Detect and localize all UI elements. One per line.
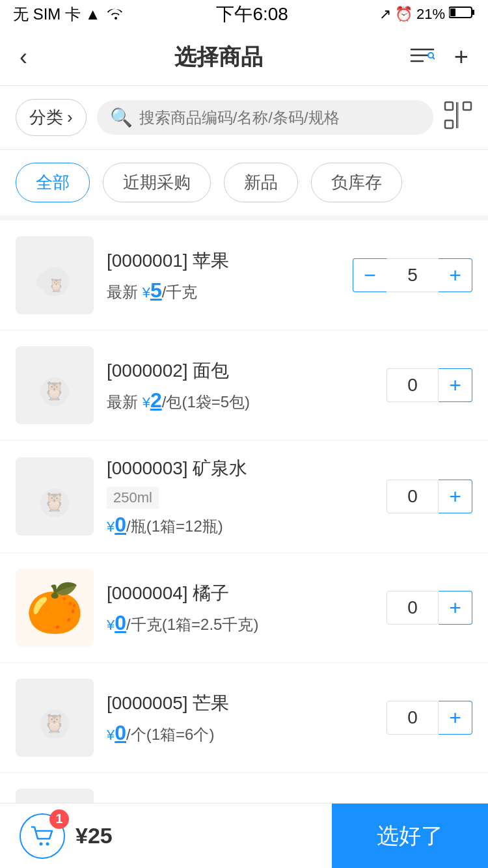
- product-price: ¥0/千克(1箱=2.5千克): [107, 611, 373, 635]
- cart-total: ¥25: [75, 823, 113, 848]
- scan-icon[interactable]: [444, 101, 472, 135]
- quantity-control: − +: [353, 258, 472, 292]
- svg-text:🦉: 🦉: [43, 380, 66, 401]
- nav-bar: ‹ 选择商品 +: [0, 29, 488, 86]
- quantity-input[interactable]: [386, 591, 439, 625]
- quantity-control: +: [386, 701, 472, 735]
- product-info: [0000001] 苹果 最新 ¥5/千克: [107, 249, 340, 303]
- category-arrow: ›: [67, 107, 73, 128]
- status-bar: 无 SIM 卡 ▲ 下午6:08 ↗ ⏰ 21%: [0, 0, 488, 29]
- increase-button[interactable]: +: [439, 480, 472, 513]
- product-image: 🍊: [16, 569, 94, 647]
- svg-rect-9: [463, 102, 471, 110]
- search-input-wrap[interactable]: 🔍: [97, 100, 433, 135]
- product-name: [0000002] 面包: [107, 359, 373, 383]
- product-price: ¥0/个(1箱=6个): [107, 721, 373, 745]
- product-image: 🦉: [16, 236, 94, 314]
- quantity-control: +: [386, 480, 472, 513]
- quantity-input[interactable]: [386, 701, 439, 735]
- product-list: 🦉 [0000001] 苹果 最新 ¥5/千克 − + 🦉 [0000002] …: [0, 221, 488, 868]
- cart-badge: 1: [49, 809, 69, 829]
- svg-rect-2: [450, 8, 455, 16]
- svg-text:🦉: 🦉: [48, 277, 64, 293]
- product-name: [0000005] 芒果: [107, 691, 373, 716]
- svg-rect-8: [445, 102, 453, 110]
- alarm-icon: ⏰: [395, 6, 413, 23]
- confirm-button[interactable]: 选好了: [332, 804, 488, 869]
- product-info: [0000003] 矿泉水 250ml ¥0/瓶(1箱=12瓶): [107, 456, 373, 537]
- product-item: 🍊 [0000004] 橘子 ¥0/千克(1箱=2.5千克) +: [0, 553, 488, 663]
- svg-rect-1: [472, 10, 474, 15]
- tab-negative[interactable]: 负库存: [311, 163, 402, 202]
- product-item: 🦉 [0000002] 面包 最新 ¥2/包(1袋=5包) +: [0, 331, 488, 441]
- increase-button[interactable]: +: [439, 591, 472, 625]
- bottom-bar: 1 ¥25 选好了: [0, 803, 488, 868]
- add-icon[interactable]: +: [454, 43, 468, 71]
- search-icon: 🔍: [110, 107, 133, 128]
- quantity-input[interactable]: [386, 368, 439, 402]
- svg-text:🦉: 🦉: [43, 491, 66, 513]
- cart-area: 1 ¥25: [0, 813, 332, 859]
- filter-tabs: 全部 近期采购 新品 负库存: [0, 150, 488, 221]
- product-name: [0000003] 矿泉水: [107, 456, 373, 481]
- category-button[interactable]: 分类 ›: [16, 99, 87, 136]
- product-info: [0000005] 芒果 ¥0/个(1箱=6个): [107, 691, 373, 745]
- cart-button[interactable]: 1: [20, 813, 65, 859]
- no-sim-text: 无 SIM 卡 ▲: [13, 4, 100, 25]
- product-price: ¥0/瓶(1箱=12瓶): [107, 513, 373, 537]
- page-title: 选择商品: [174, 42, 263, 72]
- nav-right-actions: +: [410, 43, 468, 71]
- product-price: 最新 ¥2/包(1袋=5包): [107, 388, 373, 413]
- increase-button[interactable]: +: [439, 368, 472, 402]
- product-name: [0000004] 橘子: [107, 581, 373, 606]
- product-image: 🦉: [16, 457, 94, 536]
- status-right: ↗ ⏰ 21%: [379, 6, 475, 23]
- quantity-control: +: [386, 368, 472, 402]
- status-left: 无 SIM 卡 ▲: [13, 4, 125, 25]
- svg-point-26: [46, 842, 49, 845]
- category-label: 分类: [29, 106, 63, 129]
- product-image: 🦉: [16, 346, 94, 424]
- product-spec: 250ml: [107, 487, 159, 509]
- product-info: [0000004] 橘子 ¥0/千克(1箱=2.5千克): [107, 581, 373, 635]
- battery-text: 21%: [416, 6, 445, 23]
- back-button[interactable]: ‹: [20, 44, 27, 71]
- svg-text:🦉: 🦉: [43, 712, 66, 734]
- quantity-input[interactable]: [386, 480, 439, 513]
- svg-rect-10: [445, 120, 453, 128]
- status-time: 下午6:08: [216, 2, 288, 27]
- tab-all[interactable]: 全部: [16, 163, 90, 202]
- wifi-icon: [107, 5, 125, 23]
- increase-button[interactable]: +: [439, 701, 472, 735]
- decrease-button[interactable]: −: [353, 258, 386, 292]
- battery-icon: [449, 6, 475, 23]
- svg-point-25: [40, 842, 43, 845]
- product-info: [0000002] 面包 最新 ¥2/包(1袋=5包): [107, 359, 373, 413]
- search-input[interactable]: [139, 109, 420, 127]
- product-item: 🦉 [0000005] 芒果 ¥0/个(1箱=6个) +: [0, 663, 488, 773]
- product-item: 🦉 [0000001] 苹果 最新 ¥5/千克 − +: [0, 221, 488, 331]
- filter-icon[interactable]: [410, 43, 435, 71]
- search-area: 分类 › 🔍: [0, 86, 488, 150]
- product-image: 🦉: [16, 679, 94, 757]
- tab-recent[interactable]: 近期采购: [103, 163, 211, 202]
- svg-line-7: [433, 57, 435, 59]
- quantity-control: +: [386, 591, 472, 625]
- product-name: [0000001] 苹果: [107, 249, 340, 273]
- location-icon: ↗: [379, 6, 391, 23]
- quantity-input[interactable]: [386, 258, 439, 292]
- increase-button[interactable]: +: [439, 258, 472, 292]
- tab-new[interactable]: 新品: [224, 163, 298, 202]
- product-price: 最新 ¥5/千克: [107, 278, 340, 303]
- product-item: 🦉 [0000003] 矿泉水 250ml ¥0/瓶(1箱=12瓶) +: [0, 441, 488, 553]
